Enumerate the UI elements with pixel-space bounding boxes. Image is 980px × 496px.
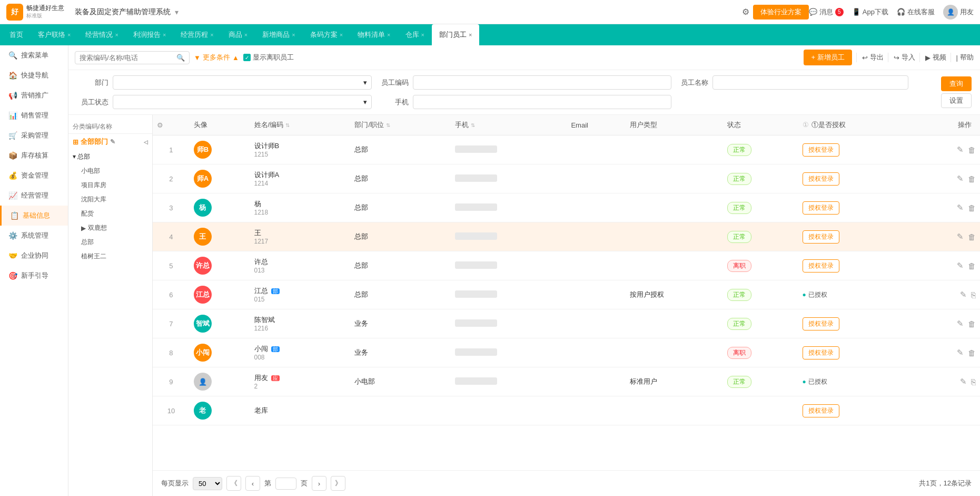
edit-icon[interactable]: ✎: [957, 348, 964, 357]
tab-barcode[interactable]: 条码方案 ×: [303, 24, 350, 45]
edit-icon[interactable]: ✎: [960, 377, 967, 386]
dept-search-input[interactable]: [73, 123, 152, 130]
first-page-button[interactable]: 《: [226, 476, 241, 491]
close-icon[interactable]: ×: [210, 32, 213, 38]
collapse-icon[interactable]: ◁: [144, 139, 148, 145]
tab-bom[interactable]: 物料清单 ×: [350, 24, 398, 45]
sidebar-item-system[interactable]: ⚙️ 系统管理: [0, 226, 68, 246]
phone-input[interactable]: [413, 95, 672, 109]
sidebar-item-sales[interactable]: 📊 销售管理: [0, 105, 68, 125]
help-button[interactable]: | 帮助: [951, 53, 974, 62]
edit-icon[interactable]: ✎: [957, 174, 964, 183]
sidebar-item-inventory[interactable]: 📦 库存核算: [0, 145, 68, 166]
sidebar-item-guide[interactable]: 🎯 新手引导: [0, 266, 68, 286]
close-icon[interactable]: ×: [340, 32, 343, 38]
query-button[interactable]: 查询: [941, 76, 972, 91]
copy-icon[interactable]: ⎘: [971, 290, 976, 299]
last-page-button[interactable]: 》: [331, 476, 345, 491]
settings-icon[interactable]: ⚙: [738, 5, 753, 20]
tab-home[interactable]: 首页: [2, 24, 31, 45]
delete-icon[interactable]: 🗑: [968, 145, 976, 154]
sidebar-item-nav[interactable]: 🏠 快捷导航: [0, 65, 68, 85]
show-resigned-check[interactable]: ✓ 显示离职员工: [243, 53, 294, 62]
next-page-button[interactable]: ›: [312, 476, 326, 491]
dept-item-delivery[interactable]: 配货: [75, 207, 152, 221]
dept-item-shenyang[interactable]: 沈阳大库: [75, 192, 152, 207]
tab-dept-employee[interactable]: 部门员工 ×: [432, 24, 479, 45]
close-icon[interactable]: ×: [67, 32, 71, 38]
dropdown-arrow-icon[interactable]: ▾: [175, 8, 179, 16]
sidebar-item-operation[interactable]: 📈 经营管理: [0, 186, 68, 206]
delete-icon[interactable]: 🗑: [968, 174, 976, 183]
auth-button[interactable]: 授权登录: [803, 143, 839, 157]
export-button[interactable]: ↩ 导出: [856, 53, 884, 62]
col-gear[interactable]: ⚙: [153, 115, 190, 135]
empname-input[interactable]: [712, 75, 908, 90]
tab-profit[interactable]: 利润报告 ×: [126, 24, 173, 45]
dept-item-zhushuwang[interactable]: 植树王二: [75, 249, 152, 264]
service-item[interactable]: 🎧 在线客服: [897, 7, 935, 17]
filter-more-button[interactable]: ▼ 更多条件 ▲: [194, 53, 239, 62]
edit-icon[interactable]: ✎: [960, 290, 967, 299]
dept-item-project[interactable]: 项目库房: [75, 178, 152, 192]
tab-add-goods[interactable]: 新增商品 ×: [255, 24, 302, 45]
edit-icon[interactable]: ✎: [957, 203, 964, 212]
auth-button[interactable]: 授权登录: [803, 259, 839, 273]
close-icon[interactable]: ×: [292, 32, 295, 38]
auth-button[interactable]: 授权登录: [803, 230, 839, 244]
close-icon[interactable]: ×: [469, 32, 472, 38]
edit-icon[interactable]: ✎: [957, 261, 964, 270]
empcode-input[interactable]: [413, 75, 672, 90]
page-input[interactable]: 1: [275, 478, 296, 490]
app-download-item[interactable]: 📱 App下载: [852, 7, 888, 17]
close-icon[interactable]: ×: [163, 32, 166, 38]
sidebar-item-purchase[interactable]: 🛒 采购管理: [0, 125, 68, 145]
tab-goods[interactable]: 商品 ×: [221, 24, 255, 45]
prev-page-button[interactable]: ‹: [245, 476, 260, 491]
col-phone[interactable]: 手机 ⇅: [451, 115, 567, 135]
edit-icon[interactable]: ✎: [110, 138, 115, 145]
tab-operation[interactable]: 经营情况 ×: [78, 24, 125, 45]
dept-group-head[interactable]: ▾ 总部: [68, 150, 152, 164]
close-icon[interactable]: ×: [115, 32, 118, 38]
search-input[interactable]: [80, 54, 174, 62]
copy-icon[interactable]: ⎘: [971, 377, 976, 386]
auth-button[interactable]: 授权登录: [803, 317, 839, 330]
tab-warehouse[interactable]: 仓库 ×: [398, 24, 432, 45]
close-icon[interactable]: ×: [244, 32, 248, 38]
sidebar-item-basic[interactable]: 📋 基础信息: [0, 206, 68, 226]
user-item[interactable]: 👤 用友: [943, 5, 974, 20]
message-item[interactable]: 💬 消息 5: [809, 7, 844, 17]
tab-customer[interactable]: 客户联络 ×: [31, 24, 78, 45]
dept-select[interactable]: ▾: [113, 75, 372, 90]
delete-icon[interactable]: 🗑: [968, 232, 976, 241]
edit-icon[interactable]: ✎: [957, 145, 964, 154]
auth-button[interactable]: 授权登录: [803, 346, 839, 359]
status-select[interactable]: ▾: [113, 95, 372, 109]
sidebar-item-collab[interactable]: 🤝 企业协同: [0, 246, 68, 266]
set-button[interactable]: 设置: [941, 93, 972, 108]
delete-icon[interactable]: 🗑: [968, 348, 976, 357]
delete-icon[interactable]: 🗑: [968, 203, 976, 212]
trial-button[interactable]: 体验行业方案: [753, 5, 809, 20]
edit-icon[interactable]: ✎: [957, 319, 964, 328]
sidebar-item-search[interactable]: 🔍 搜索菜单: [0, 45, 68, 65]
dept-item-small-electric[interactable]: 小电部: [75, 164, 152, 178]
page-size-select[interactable]: 50 100: [193, 477, 222, 490]
close-icon[interactable]: ×: [387, 32, 390, 38]
sidebar-item-finance[interactable]: 💰 资金管理: [0, 166, 68, 186]
delete-icon[interactable]: 🗑: [968, 319, 976, 328]
delete-icon[interactable]: 🗑: [968, 261, 976, 270]
dept-item-head[interactable]: 总部: [75, 235, 152, 249]
col-name[interactable]: 姓名/编码 ⇅: [250, 115, 351, 135]
edit-icon[interactable]: ✎: [957, 232, 964, 241]
dept-header[interactable]: ⊞ 全部部门 ✎ ◁: [68, 134, 152, 150]
auth-button[interactable]: 授权登录: [803, 172, 839, 186]
dept-item-shuangluxiang[interactable]: ▶ 双鹿想: [75, 221, 152, 235]
import-button[interactable]: ↪ 导入: [888, 53, 915, 62]
close-icon[interactable]: ×: [421, 32, 424, 38]
add-employee-button[interactable]: + 新增员工: [804, 50, 852, 65]
tab-journey[interactable]: 经营历程 ×: [173, 24, 221, 45]
sidebar-item-marketing[interactable]: 📢 营销推广: [0, 85, 68, 105]
auth-button[interactable]: 授权登录: [803, 201, 839, 215]
